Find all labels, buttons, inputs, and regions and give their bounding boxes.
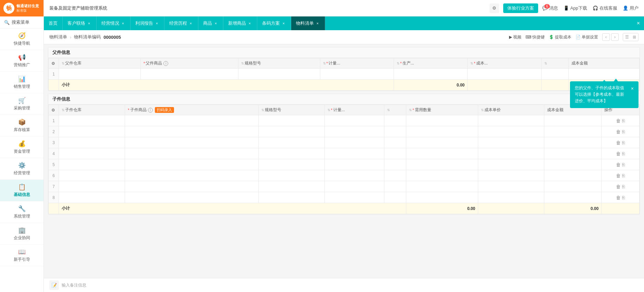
sidebar-item-enterprise[interactable]: 🏢 企业协同 xyxy=(0,223,44,245)
child-row-4-extra[interactable] xyxy=(384,148,406,159)
child-row-1-extra[interactable] xyxy=(384,115,406,126)
child-row-4-unit[interactable] xyxy=(324,148,384,159)
search-menu[interactable]: 🔍 搜索菜单 xyxy=(0,16,44,28)
child-row-1-unit-cost[interactable] xyxy=(478,115,544,126)
copy-icon-7[interactable]: ⎘ xyxy=(622,184,625,189)
child-row-4-quantity[interactable] xyxy=(406,148,478,159)
child-row-1-product[interactable] xyxy=(125,115,258,126)
child-row-7-unit-cost[interactable] xyxy=(478,181,544,192)
child-row-7-quantity[interactable] xyxy=(406,181,478,192)
parent-row-1-extra[interactable] xyxy=(541,69,569,80)
copy-icon-6[interactable]: ⎘ xyxy=(622,173,625,178)
child-row-6-unit[interactable] xyxy=(324,170,384,181)
child-row-3-unit[interactable] xyxy=(324,137,384,148)
copy-icon-1[interactable]: ⎘ xyxy=(622,118,625,124)
child-row-1-spec[interactable] xyxy=(258,115,324,126)
sidebar-item-operations[interactable]: ⚙️ 经营管理 xyxy=(0,158,44,180)
child-row-3-warehouse[interactable] xyxy=(59,137,125,148)
child-row-5-unit[interactable] xyxy=(324,159,384,170)
parent-row-1-warehouse[interactable] xyxy=(59,69,141,80)
delete-icon-7[interactable]: 🗑 xyxy=(616,184,621,189)
tab-new-product-close[interactable]: × xyxy=(247,21,252,26)
tab-history[interactable]: 经营历程 × xyxy=(164,16,198,30)
sort-icon-extra-parent[interactable]: ⇅ xyxy=(544,61,547,65)
child-row-4-warehouse[interactable] xyxy=(59,148,125,159)
child-row-2-unit-cost[interactable] xyxy=(478,126,544,137)
child-row-6-warehouse[interactable] xyxy=(59,170,125,181)
sort-icon-produce-parent[interactable]: ⇅ xyxy=(397,61,399,65)
copy-icon-2[interactable]: ⎘ xyxy=(622,129,625,135)
child-row-5-warehouse[interactable] xyxy=(59,159,125,170)
tab-operations[interactable]: 经营情况 × xyxy=(97,16,131,30)
child-row-7-spec[interactable] xyxy=(258,181,324,192)
child-row-3-unit-cost[interactable] xyxy=(478,137,544,148)
delete-icon-5[interactable]: 🗑 xyxy=(616,162,621,167)
tab-bom[interactable]: 物料清单 × xyxy=(291,16,325,30)
tab-products-close[interactable]: × xyxy=(213,21,218,26)
delete-icon-6[interactable]: 🗑 xyxy=(616,173,621,178)
sidebar-item-inventory[interactable]: 📦 库存核算 xyxy=(0,115,44,137)
tab-history-close[interactable]: × xyxy=(188,21,193,26)
sort-icon-spec-child[interactable]: ⇅ xyxy=(261,108,264,112)
sort-icon-extra-child[interactable]: ⇅ xyxy=(387,108,390,112)
copy-icon-8[interactable]: ⎘ xyxy=(622,195,625,200)
child-row-7-warehouse[interactable] xyxy=(59,181,125,192)
tab-operations-close[interactable]: × xyxy=(121,21,125,26)
child-row-8-unit[interactable] xyxy=(324,192,384,203)
sidebar-item-basic-info[interactable]: 📋 基础信息 xyxy=(0,180,44,201)
app-download-button[interactable]: 📱 App下载 xyxy=(564,5,587,11)
copy-icon-4[interactable]: ⎘ xyxy=(622,151,625,156)
tab-profit-close[interactable]: × xyxy=(154,21,159,26)
child-row-2-quantity[interactable] xyxy=(406,126,478,137)
child-row-1-warehouse[interactable] xyxy=(59,115,125,126)
child-row-4-product[interactable] xyxy=(125,148,258,159)
child-row-1-quantity[interactable] xyxy=(406,115,478,126)
tab-barcode[interactable]: 条码方案 × xyxy=(257,16,291,30)
sidebar-item-system[interactable]: 🔧 系统管理 xyxy=(0,201,44,223)
prev-arrow[interactable]: ‹ xyxy=(602,33,610,41)
scan-badge[interactable]: 扫码录入 xyxy=(155,107,174,113)
tab-home[interactable]: 首页 xyxy=(44,16,63,30)
child-row-6-extra[interactable] xyxy=(384,170,406,181)
child-product-info-icon[interactable]: i xyxy=(148,108,153,113)
tab-customers[interactable]: 客户联络 × xyxy=(63,16,97,30)
col-settings-icon[interactable]: ⚙ xyxy=(51,61,55,66)
parent-row-1-cost[interactable] xyxy=(468,69,541,80)
settings-action[interactable]: 📄 单据设置 xyxy=(575,34,598,40)
child-row-2-extra[interactable] xyxy=(384,126,406,137)
video-action[interactable]: ▶ 视频 xyxy=(509,34,521,40)
sidebar-item-quick-nav[interactable]: 🧭 快捷导航 xyxy=(0,28,44,50)
shortcut-action[interactable]: ⌨ 快捷键 xyxy=(525,34,545,40)
child-row-8-quantity[interactable] xyxy=(406,192,478,203)
sort-icon-unitcost-child[interactable]: ⇅ xyxy=(481,108,484,112)
online-service-button[interactable]: 🎧 在线客服 xyxy=(593,5,617,11)
tab-profit[interactable]: 利润报告 × xyxy=(131,16,164,30)
tab-products[interactable]: 商品 × xyxy=(198,16,223,30)
sidebar-item-purchase[interactable]: 🛒 采购管理 xyxy=(0,93,44,115)
delete-icon-1[interactable]: 🗑 xyxy=(616,118,621,124)
delete-icon-8[interactable]: 🗑 xyxy=(616,195,621,200)
delete-icon-2[interactable]: 🗑 xyxy=(616,129,621,135)
parent-product-info-icon[interactable]: i xyxy=(163,61,168,66)
child-col-settings-icon[interactable]: ⚙ xyxy=(51,108,55,113)
child-row-3-extra[interactable] xyxy=(384,137,406,148)
child-row-2-unit[interactable] xyxy=(324,126,384,137)
tab-bom-close[interactable]: × xyxy=(315,21,320,26)
child-row-7-product[interactable] xyxy=(125,181,258,192)
next-arrow[interactable]: › xyxy=(611,33,619,41)
child-row-6-unit-cost[interactable] xyxy=(478,170,544,181)
delete-icon-3[interactable]: 🗑 xyxy=(616,140,621,145)
parent-row-1-product[interactable] xyxy=(140,69,238,80)
child-row-8-extra[interactable] xyxy=(384,192,406,203)
child-row-5-spec[interactable] xyxy=(258,159,324,170)
sidebar-item-sales[interactable]: 📊 销售管理 xyxy=(0,72,44,93)
tab-new-product[interactable]: 新增商品 × xyxy=(223,16,257,30)
child-row-7-unit[interactable] xyxy=(324,181,384,192)
bottom-bar-icon[interactable]: 📝 xyxy=(49,280,59,290)
settings-icon[interactable]: ⚙ xyxy=(490,3,499,13)
parent-row-1-produce[interactable] xyxy=(394,69,467,80)
sidebar-item-guide[interactable]: 📖 新手引导 xyxy=(0,245,44,266)
child-row-2-product[interactable] xyxy=(125,126,258,137)
child-row-8-unit-cost[interactable] xyxy=(478,192,544,203)
child-row-1-unit[interactable] xyxy=(324,115,384,126)
